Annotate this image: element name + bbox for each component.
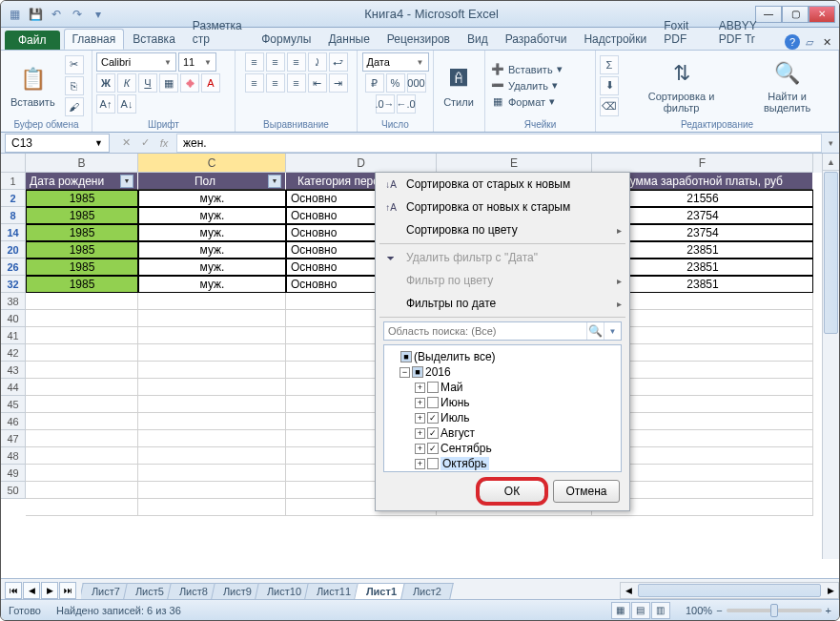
align-middle-button[interactable]: ≡ — [266, 52, 285, 72]
sort-newest-oldest[interactable]: ↑AСортировка от новых к старым — [376, 196, 629, 218]
comma-button[interactable]: 000 — [407, 73, 426, 93]
cut-icon[interactable]: ✂ — [65, 55, 84, 74]
cell[interactable] — [138, 310, 286, 327]
filter-btn-birthdate[interactable]: ▼ — [120, 175, 133, 188]
cell[interactable]: муж. — [138, 241, 286, 259]
cell[interactable] — [138, 293, 286, 310]
col-header-c[interactable]: C — [138, 154, 286, 173]
cell[interactable] — [26, 293, 138, 310]
row-header[interactable]: 41 — [1, 327, 26, 344]
row-header[interactable]: 1 — [1, 173, 26, 190]
cell[interactable] — [138, 413, 286, 430]
row-header[interactable]: 40 — [1, 310, 26, 327]
checkbox-icon[interactable]: ✓ — [427, 427, 439, 439]
delete-cells-button[interactable]: ➖Удалить ▾ — [489, 78, 564, 93]
cell[interactable]: муж. — [138, 224, 286, 241]
align-left-button[interactable]: ≡ — [245, 73, 264, 93]
cell[interactable]: 1985 — [26, 224, 138, 241]
expand-icon[interactable]: + — [415, 459, 425, 469]
italic-button[interactable]: К — [117, 73, 136, 93]
font-name-combo[interactable]: Calibri▼ — [96, 52, 176, 72]
tab-abbyy[interactable]: ABBYY PDF Tr — [710, 15, 785, 50]
cell[interactable] — [26, 499, 138, 516]
normal-view-button[interactable]: ▦ — [611, 602, 630, 619]
zoom-thumb[interactable] — [770, 604, 778, 617]
paste-button[interactable]: 📋Вставить — [5, 62, 61, 110]
cell[interactable] — [138, 447, 286, 465]
underline-button[interactable]: Ч — [138, 73, 157, 93]
cell[interactable] — [26, 465, 138, 482]
align-center-button[interactable]: ≡ — [266, 73, 285, 93]
sort-filter-button[interactable]: ⇅Сортировка и фильтр — [626, 56, 736, 115]
sheet-nav-button[interactable]: ◀ — [23, 582, 40, 599]
row-header[interactable]: 14 — [1, 224, 26, 241]
cell[interactable] — [138, 362, 286, 379]
zoom-out-button[interactable]: − — [716, 605, 722, 616]
filter-btn-gender[interactable]: ▼ — [268, 175, 281, 188]
cancel-fx-icon[interactable]: ✕ — [117, 135, 134, 152]
cell[interactable] — [138, 465, 286, 482]
cell[interactable] — [26, 344, 138, 362]
cell[interactable] — [138, 379, 286, 396]
cell[interactable] — [138, 499, 286, 516]
checkbox-icon[interactable] — [427, 397, 439, 408]
format-cells-button[interactable]: ▦Формат ▾ — [489, 94, 564, 110]
cell[interactable]: 1985 — [26, 259, 138, 276]
tree-month-oct[interactable]: +Октябрь — [388, 456, 617, 471]
shrink-font-button[interactable]: A↓ — [117, 94, 136, 114]
row-header[interactable]: 46 — [1, 413, 26, 430]
checkbox-icon[interactable]: ✓ — [427, 443, 439, 454]
percent-button[interactable]: % — [386, 73, 405, 93]
align-bottom-button[interactable]: ≡ — [287, 52, 306, 72]
cell[interactable] — [26, 447, 138, 465]
col-header-d[interactable]: D — [286, 154, 437, 173]
copy-icon[interactable]: ⎘ — [65, 76, 84, 95]
checkbox-icon[interactable]: ■ — [400, 351, 412, 362]
sheet-nav-button[interactable]: ▶ — [41, 582, 58, 599]
cell[interactable] — [26, 430, 138, 447]
collapse-icon[interactable]: − — [400, 367, 410, 378]
expand-icon[interactable]: + — [415, 383, 425, 393]
cell[interactable]: муж. — [138, 259, 286, 276]
cell[interactable]: муж. — [138, 207, 286, 224]
enter-fx-icon[interactable]: ✓ — [136, 135, 154, 152]
col-header-b[interactable]: B — [26, 154, 138, 173]
cell[interactable]: 1985 — [26, 276, 138, 293]
tab-home[interactable]: Главная — [64, 29, 125, 50]
tree-year-2016[interactable]: −■2016 — [388, 364, 617, 380]
zoom-in-button[interactable]: + — [826, 605, 831, 616]
decrease-indent-button[interactable]: ⇤ — [308, 73, 327, 93]
row-header[interactable]: 45 — [1, 396, 26, 413]
cell[interactable]: 1985 — [26, 207, 138, 224]
scroll-right-button[interactable]: ▶ — [823, 583, 838, 598]
cell[interactable] — [26, 482, 138, 499]
horizontal-scrollbar[interactable]: ◀ ▶ — [620, 582, 839, 599]
save-icon[interactable]: 💾 — [26, 5, 45, 24]
expand-icon[interactable]: + — [415, 413, 425, 424]
align-right-button[interactable]: ≡ — [287, 73, 306, 93]
tab-data[interactable]: Данные — [319, 29, 378, 50]
tree-month-aug[interactable]: +✓Август — [388, 425, 617, 441]
row-header[interactable]: 44 — [1, 379, 26, 396]
tab-view[interactable]: Вид — [459, 29, 497, 50]
tree-select-all[interactable]: ■(Выделить все) — [388, 349, 617, 364]
wrap-text-button[interactable]: ⮐ — [329, 52, 348, 72]
scroll-thumb[interactable] — [638, 584, 821, 597]
row-header[interactable]: 2 — [1, 190, 26, 207]
row-header[interactable]: 50 — [1, 482, 26, 499]
number-format-combo[interactable]: Дата▼ — [362, 52, 429, 72]
cell[interactable] — [138, 327, 286, 344]
expand-icon[interactable]: + — [415, 428, 425, 439]
row-header[interactable]: 20 — [1, 241, 26, 259]
cell[interactable]: муж. — [138, 190, 286, 207]
search-dropdown-icon[interactable]: ▼ — [604, 322, 621, 340]
checkbox-icon[interactable]: ■ — [412, 366, 423, 378]
tree-month-sep[interactable]: +✓Сентябрь — [388, 441, 617, 456]
cell[interactable] — [26, 310, 138, 327]
sort-oldest-newest[interactable]: ↓AСортировка от старых к новым — [376, 173, 629, 196]
font-size-combo[interactable]: 11▼ — [178, 52, 216, 72]
minimize-ribbon-icon[interactable]: ▱ — [806, 36, 813, 49]
maximize-button[interactable]: ▢ — [782, 6, 809, 23]
cell[interactable] — [138, 396, 286, 413]
scroll-up-button[interactable]: ▲ — [823, 154, 839, 171]
